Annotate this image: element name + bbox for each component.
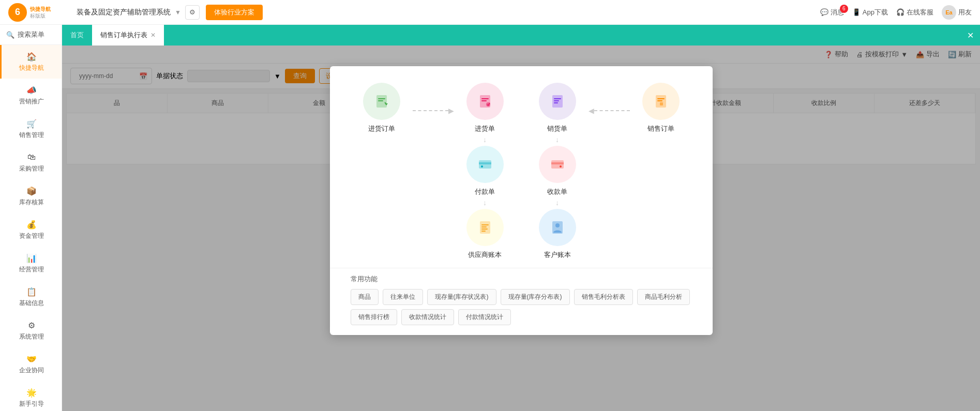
sidebar-item-basic[interactable]: 📋 基础信息 [0, 280, 62, 314]
flow-sales-bill[interactable]: 销货单 [526, 83, 589, 133]
sidebar-item-enterprise[interactable]: 🤝 企业协同 [0, 347, 62, 381]
download-icon: 📱 [852, 8, 861, 16]
customer-account-icon [539, 209, 576, 246]
purchase-order-icon [363, 83, 400, 120]
message-icon: 💬 [820, 8, 828, 16]
arrow-down-receipt: ↓ [526, 133, 589, 146]
customer-account-label: 客户账本 [544, 250, 571, 260]
sidebar-item-finance[interactable]: 💰 资金管理 [0, 213, 62, 247]
inventory-icon: 📦 [26, 186, 37, 196]
flow-row-1: 进货订单 ▶ [351, 83, 692, 133]
purchase-bill-label: 进货单 [475, 124, 495, 133]
sidebar-item-purchase[interactable]: 🛍 采购管理 [0, 146, 62, 179]
trial-button[interactable]: 体验行业方案 [206, 5, 263, 20]
svg-rect-24 [481, 229, 488, 230]
system-title-area[interactable]: 装备及固定资产辅助管理系统 ▼ [72, 8, 181, 17]
quick-nav-icon: 🏠 [26, 51, 37, 62]
cf-btn-stock-dist[interactable]: 现存量(库存分布表) [501, 289, 570, 305]
sidebar-item-system[interactable]: ⚙ 系统管理 [0, 314, 62, 347]
cf-buttons-row1: 商品 往来单位 现存量(库存状况表) 现存量(库存分布表) 销售毛利分析表 商品… [351, 289, 692, 305]
svg-point-20 [560, 165, 562, 168]
cf-btn-product[interactable]: 商品 [351, 289, 379, 305]
sidebar-item-operation[interactable]: 📊 经营管理 [0, 247, 62, 280]
flow-customer-account[interactable]: 客户账本 [526, 209, 589, 260]
flow-row-3: 供应商账本 客户账本 [351, 209, 692, 260]
tab-sales-order[interactable]: 销售订单执行表 ✕ [92, 25, 164, 45]
guide-icon: 🌟 [26, 387, 37, 398]
search-menu[interactable]: 🔍 搜索菜单 [0, 25, 62, 45]
sidebar: 🔍 搜索菜单 🏠 快捷导航 📣 营销推广 🛒 销售管理 🛍 采购管理 📦 库存核… [0, 25, 62, 411]
flow-row-2: 付款单 收款单 [351, 146, 692, 196]
flow-arrows-down-row2: ↓ ↓ [351, 196, 692, 209]
svg-rect-25 [481, 231, 486, 232]
sidebar-item-quick-nav[interactable]: 🏠 快捷导航 [0, 45, 62, 79]
settings-button[interactable]: ⚙ [185, 5, 200, 20]
cf-btn-stock-status[interactable]: 现存量(库存状况表) [427, 289, 496, 305]
svg-rect-9 [554, 100, 559, 101]
cf-btn-sales-rank[interactable]: 销售排行榜 [351, 309, 397, 325]
app-download-button[interactable]: 📱 App下载 [852, 8, 888, 17]
supplier-account-label: 供应商账本 [468, 250, 502, 260]
system-icon: ⚙ [26, 320, 37, 330]
arrow-2: ◀ [589, 106, 630, 115]
svg-rect-5 [481, 100, 487, 101]
purchase-bill-icon [466, 83, 504, 120]
sales-icon: 🛒 [26, 118, 37, 129]
sales-bill-label: 销货单 [547, 124, 567, 133]
logo-text: 快捷导航 标版版 [30, 6, 51, 19]
message-button[interactable]: 💬 消息 6 [820, 8, 844, 17]
service-icon: 🎧 [896, 8, 904, 16]
sidebar-item-sales[interactable]: 🛒 销售管理 [0, 112, 62, 146]
sidebar-item-guide[interactable]: 🌟 新手引导 [0, 381, 62, 411]
marketing-icon: 📣 [26, 85, 37, 95]
cf-btn-payment-stat[interactable]: 付款情况统计 [458, 309, 511, 325]
payment-bill-icon [466, 146, 504, 183]
logo-area: 6 快捷导航 标版版 [8, 3, 70, 22]
sales-bill-icon [539, 83, 576, 120]
svg-rect-4 [481, 98, 489, 99]
flow-sales-order[interactable]: 销售订单 [630, 83, 692, 133]
svg-point-27 [555, 223, 560, 227]
receipt-bill-icon [539, 146, 576, 183]
tab-bar-close-button[interactable]: ✕ [961, 31, 980, 40]
flow-purchase-order[interactable]: 进货订单 [351, 83, 413, 133]
purchase-icon: 🛍 [26, 152, 37, 162]
flow-purchase-bill[interactable]: 进货单 [454, 83, 516, 133]
arrow-1: ▶ [413, 106, 454, 115]
tab-close-icon[interactable]: ✕ [150, 32, 156, 39]
svg-point-17 [481, 165, 483, 168]
logo-icon: 6 [8, 3, 27, 22]
main-area: 首页 销售订单执行表 ✕ ✕ ❓ 帮助 🖨 按模板打印 ▼ 📤 [62, 25, 980, 411]
flow-receipt-bill[interactable]: 收款单 [526, 146, 589, 196]
flow-payment-bill[interactable]: 付款单 [454, 146, 516, 196]
modal-dialog: 进货订单 ▶ [330, 66, 713, 335]
payment-bill-label: 付款单 [475, 187, 495, 196]
flow-supplier-account[interactable]: 供应商账本 [454, 209, 516, 260]
modal-overlay[interactable]: 进货订单 ▶ [62, 45, 980, 411]
online-service-button[interactable]: 🎧 在线客服 [896, 8, 933, 17]
operation-icon: 📊 [26, 253, 37, 263]
svg-rect-13 [657, 100, 662, 101]
cf-btn-partner[interactable]: 往来单位 [383, 289, 423, 305]
title-dropdown-arrow[interactable]: ▼ [175, 9, 181, 16]
sidebar-item-inventory[interactable]: 📦 库存核算 [0, 179, 62, 213]
svg-rect-23 [481, 226, 487, 227]
cf-btn-product-profit[interactable]: 商品毛利分析 [637, 289, 690, 305]
system-title: 装备及固定资产辅助管理系统 [77, 8, 171, 17]
user-menu[interactable]: Ea 用友 [942, 5, 972, 20]
cf-buttons-row2: 销售排行榜 收款情况统计 付款情况统计 [351, 309, 692, 325]
content-area: ❓ 帮助 🖨 按模板打印 ▼ 📤 导出 🔄 刷新 [62, 45, 980, 411]
cf-btn-receipt-stat[interactable]: 收款情况统计 [401, 309, 454, 325]
tab-home[interactable]: 首页 [62, 25, 92, 45]
sales-order-icon [642, 83, 680, 120]
svg-rect-1 [378, 98, 385, 99]
cf-btn-sales-profit[interactable]: 销售毛利分析表 [574, 289, 633, 305]
receipt-bill-label: 收款单 [547, 187, 567, 196]
svg-rect-8 [554, 98, 561, 99]
tab-bar: 首页 销售订单执行表 ✕ ✕ [62, 25, 980, 45]
finance-icon: 💰 [26, 219, 37, 230]
sidebar-item-marketing[interactable]: 📣 营销推广 [0, 79, 62, 112]
enterprise-icon: 🤝 [26, 354, 37, 364]
top-header: 6 快捷导航 标版版 装备及固定资产辅助管理系统 ▼ ⚙ 体验行业方案 💬 消息… [0, 0, 980, 25]
svg-rect-2 [378, 100, 383, 101]
